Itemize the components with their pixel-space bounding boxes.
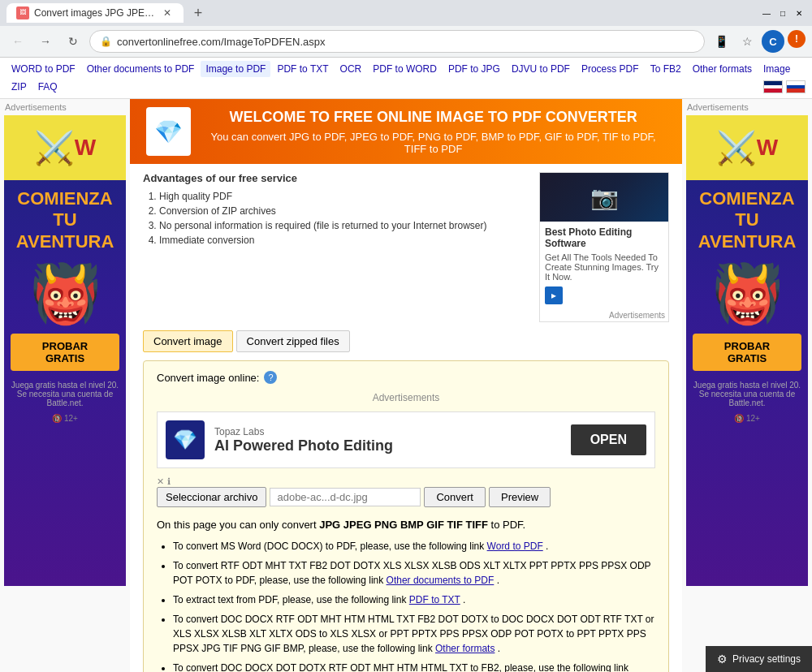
link-prefix-2: To extract text from PDF, please, use th… — [173, 594, 406, 605]
topaz-open-button[interactable]: OPEN — [571, 424, 646, 455]
active-tab[interactable]: 🖼 Convert images JPG JPEG PNG B... ✕ — [6, 3, 184, 23]
link-suffix-1: . — [497, 575, 499, 586]
welcome-banner: 💎 WELCOME TO FREE ONLINE IMAGE TO PDF CO… — [130, 99, 682, 164]
wow-rating-text: Juega gratis hasta el nivel 20. Se neces… — [4, 377, 126, 411]
new-tab-button[interactable]: + — [187, 2, 209, 24]
ad-close-info-icon[interactable]: ℹ — [167, 476, 171, 487]
link-prefix-4: To convert DOC DOCX DOT DOTX RTF ODT MHT… — [173, 662, 628, 672]
profile-button[interactable]: C — [762, 30, 784, 53]
convert-section: Convert image online: ? Advertisements 💎… — [143, 360, 669, 672]
right-sidebar-ad: Advertisements ⚔️ W COMIENZA TU AVENTURA… — [682, 99, 812, 672]
nav-ocr[interactable]: OCR — [335, 61, 367, 77]
maximize-button[interactable]: □ — [776, 6, 789, 19]
photo-ad-label: Advertisements — [540, 309, 668, 321]
nav-image[interactable]: Image — [758, 61, 795, 77]
preview-button[interactable]: Preview — [489, 487, 551, 507]
wow-try-button[interactable]: PROBAR GRATIS — [11, 334, 119, 371]
forward-button[interactable]: → — [34, 30, 57, 53]
advantages-list: High quality PDF Conversion of ZIP archi… — [143, 191, 529, 246]
ad-close-x-icon[interactable]: ✕ — [157, 476, 164, 487]
flag-uk[interactable] — [763, 80, 783, 93]
wow-try-button-right[interactable]: PROBAR GRATIS — [693, 334, 801, 371]
nav-zip[interactable]: ZIP — [6, 79, 32, 95]
help-icon[interactable]: ? — [264, 371, 277, 384]
convert-label-text: Convert image online: — [157, 372, 259, 384]
close-button[interactable]: ✕ — [793, 6, 806, 19]
nav-djvu-to-pdf[interactable]: DJVU to PDF — [507, 61, 575, 77]
ad-mini-label: Advertisements — [157, 392, 655, 403]
nav-to-fb2[interactable]: To FB2 — [646, 61, 686, 77]
links-list: To convert MS Word (DOC DOCX) to PDF, pl… — [157, 539, 655, 672]
flag-ru[interactable] — [786, 80, 806, 93]
nav-pdf-to-txt[interactable]: PDF to TXT — [272, 61, 333, 77]
privacy-bar[interactable]: ⚙ Privacy settings — [706, 646, 812, 672]
link-pdf-to-txt[interactable]: PDF to TXT — [409, 594, 460, 605]
tab-convert-image[interactable]: Convert image — [143, 330, 233, 352]
left-ad-label: Advertisements — [0, 99, 130, 115]
left-sidebar-ad: Advertisements ⚔️ W COMIENZA TU AVENTURA… — [0, 99, 130, 672]
topaz-brand: Topaz Labs — [214, 426, 561, 437]
back-button[interactable]: ← — [6, 30, 29, 53]
photo-ad-box[interactable]: 📷 Best Photo Editing Software Get All Th… — [539, 172, 669, 322]
photo-ad-title: Best Photo Editing Software — [545, 226, 663, 249]
list-item: To convert MS Word (DOC DOCX) to PDF, pl… — [173, 539, 655, 554]
toolbar-icons: 📱 ☆ C ! — [710, 30, 806, 53]
bookmark-icon[interactable]: ☆ — [736, 30, 758, 53]
flag-icons — [763, 80, 806, 93]
advantages-title: Advantages of our free service — [143, 172, 529, 184]
tab-title: Convert images JPG JPEG PNG B... — [34, 7, 156, 19]
minimize-button[interactable]: — — [760, 6, 773, 19]
tab-favicon: 🖼 — [16, 6, 29, 19]
info-main-text: On this page you can only convert — [157, 519, 317, 531]
file-name-input[interactable] — [270, 488, 421, 506]
welcome-subtitle: You can convert JPG to PDF, JPEG to PDF,… — [201, 131, 666, 155]
left-ad-wow[interactable]: ⚔️ W COMIENZA TU AVENTURA 👹 PROBAR GRATI… — [4, 115, 126, 586]
photo-ad-button[interactable]: ▸ — [545, 286, 563, 304]
nav-process-pdf[interactable]: Process PDF — [577, 61, 644, 77]
tabs-row: Convert image Convert zipped files — [143, 330, 669, 352]
advantage-1: High quality PDF — [159, 191, 529, 202]
reload-button[interactable]: ↻ — [62, 30, 84, 53]
title-bar: 🖼 Convert images JPG JPEG PNG B... ✕ + —… — [0, 0, 812, 26]
photo-ad-image: 📷 — [540, 173, 668, 222]
link-prefix-3: To convert DOC DOCX RTF ODT MHT HTM HTML… — [173, 614, 654, 654]
link-other-docs[interactable]: Other documents to PDF — [387, 575, 495, 586]
nav-faq[interactable]: FAQ — [33, 79, 63, 95]
photo-ad-inner: Best Photo Editing Software Get All The … — [540, 222, 668, 309]
nav-word-to-pdf[interactable]: WORD to PDF — [6, 61, 80, 77]
nav-pdf-to-jpg[interactable]: PDF to JPG — [443, 61, 505, 77]
nav-pdf-to-word[interactable]: PDF to WORD — [368, 61, 442, 77]
nav-other-formats[interactable]: Other formats — [688, 61, 757, 77]
tab-convert-zipped[interactable]: Convert zipped files — [236, 330, 350, 352]
nav-image-to-pdf[interactable]: Image to PDF — [201, 61, 270, 77]
nav-other-docs[interactable]: Other documents to PDF — [82, 61, 200, 77]
list-item: To convert DOC DOCX DOT DOTX RTF ODT MHT… — [173, 661, 655, 672]
warning-button[interactable]: ! — [788, 30, 806, 48]
info-text: On this page you can only convert JPG JP… — [157, 519, 655, 531]
cast-icon[interactable]: 📱 — [710, 30, 732, 53]
link-prefix-0: To convert MS Word (DOC DOCX) to PDF, pl… — [173, 541, 484, 552]
tab-close-button[interactable]: ✕ — [161, 6, 174, 19]
topaz-logo-icon: 💎 — [173, 429, 197, 451]
advantage-4: Immediate conversion — [159, 235, 529, 246]
privacy-label: Privacy settings — [732, 653, 801, 665]
content-inner: Advantages of our free service High qual… — [130, 164, 682, 672]
link-other-formats[interactable]: Other formats — [435, 643, 495, 654]
link-word-to-pdf[interactable]: Word to PDF — [487, 541, 543, 552]
file-row: Seleccionar archivo Convert Preview — [157, 487, 655, 507]
wow-text-right: COMIENZA TU AVENTURA — [686, 180, 808, 261]
banner-logo: 💎 — [146, 107, 191, 156]
list-item: To convert DOC DOCX RTF ODT MHT HTM HTML… — [173, 612, 655, 656]
right-ad-wow[interactable]: ⚔️ W COMIENZA TU AVENTURA 👹 PROBAR GRATI… — [686, 115, 808, 586]
topaz-ad[interactable]: 💎 Topaz Labs AI Powered Photo Editing OP… — [157, 411, 655, 468]
wow-age-icon: 🔞 12+ — [49, 411, 81, 426]
file-select-button[interactable]: Seleccionar archivo — [157, 487, 266, 507]
wow-text: COMIENZA TU AVENTURA — [4, 180, 126, 261]
privacy-icon: ⚙ — [717, 653, 728, 666]
main-layout: Advertisements ⚔️ W COMIENZA TU AVENTURA… — [0, 99, 812, 672]
ad-close-row[interactable]: ✕ ℹ — [157, 476, 655, 487]
convert-label: Convert image online: ? — [157, 371, 655, 384]
address-bar[interactable]: 🔒 convertonlinefree.com/ImageToPDFEN.asp… — [89, 30, 705, 53]
link-suffix-3: . — [498, 643, 500, 654]
convert-button[interactable]: Convert — [424, 487, 486, 507]
